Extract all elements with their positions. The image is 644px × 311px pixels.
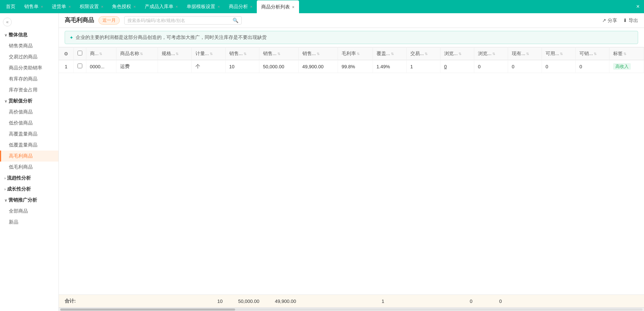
sort-icon-currentStock[interactable]: ⇅ (526, 52, 529, 56)
th-coverage: 覆盖...⇅ (373, 47, 406, 60)
th-unit: 计量...⇅ (191, 47, 225, 60)
th-spec: 规格...⇅ (158, 47, 191, 60)
sort-icon-spec[interactable]: ⇅ (176, 52, 179, 56)
sidebar-item-0-0[interactable]: 销售类商品 (0, 40, 58, 51)
sort-icon-saleAmt[interactable]: ⇅ (277, 52, 280, 56)
nav-item-4[interactable]: 角色授权× (108, 0, 140, 13)
nav-close-icon[interactable]: × (176, 4, 178, 9)
sort-icon-code[interactable]: ⇅ (99, 52, 102, 56)
nav-item-7[interactable]: 商品分析× (224, 0, 257, 13)
sidebar-item-0-3[interactable]: 有库存的商品 (0, 73, 58, 84)
sidebar-item-1-5[interactable]: 低毛利商品 (0, 162, 58, 173)
nav-close-icon[interactable]: × (250, 4, 252, 9)
search-input[interactable] (127, 18, 231, 23)
tag-badge: 高收入 (613, 63, 631, 70)
arrow-icon: › (4, 187, 6, 191)
nav-item-0[interactable]: 首页 (1, 0, 20, 13)
nav-item-1[interactable]: 销售单× (20, 0, 47, 13)
footer-trade-times: 1 (359, 299, 388, 304)
cell-coverage-0: 1.49% (373, 60, 406, 73)
nav-label: 销售单 (24, 3, 39, 10)
cell-name-0: 运费 (116, 60, 158, 73)
th-browse2: 浏览...⇅ (474, 47, 508, 60)
sort-icon-saleQty[interactable]: ⇅ (244, 52, 247, 56)
sort-icon-unit[interactable]: ⇅ (210, 52, 213, 56)
sidebar-item-4-0[interactable]: 全部商品 (0, 206, 58, 217)
sidebar-group-label: 成长性分析 (7, 186, 31, 192)
sidebar-item-1-4[interactable]: 高毛利商品 (0, 151, 58, 162)
sidebar-item-1-1[interactable]: 低价值商品 (0, 117, 58, 129)
nav-item-3[interactable]: 权限设置× (75, 0, 108, 13)
sidebar-group-3[interactable]: ›成长性分析 (0, 184, 58, 195)
sort-icon-saleStock[interactable]: ⇅ (594, 52, 597, 56)
nav-item-5[interactable]: 产成品入库单× (140, 0, 182, 13)
nav-label: 产成品入库单 (145, 3, 173, 10)
search-box: 🔍 (124, 16, 242, 25)
search-icon[interactable]: 🔍 (233, 18, 238, 23)
share-icon: ↗ (602, 18, 606, 23)
nav-item-8[interactable]: 商品分析列表× (257, 0, 299, 13)
sidebar-item-0-4[interactable]: 库存资金占用 (0, 84, 58, 95)
sort-icon-coverage[interactable]: ⇅ (391, 52, 394, 56)
row-checkbox[interactable] (78, 64, 82, 68)
sidebar-group-0[interactable]: ∨整体信息 (0, 29, 58, 40)
sort-icon-browse2[interactable]: ⇅ (492, 52, 495, 56)
cell-browse2-0: 0 (474, 60, 508, 73)
footer-sale-qty: 10 (197, 299, 226, 304)
nav-close-icon[interactable]: × (133, 4, 136, 9)
info-banner-text: 企业的主要的利润都是这部分商品创造的，可考虑加大推广，同时关注库存是不要出现缺货 (76, 34, 267, 41)
th-saleQty: 销售...⇅ (225, 47, 259, 60)
filter-recent-month-button[interactable]: 近一月 (98, 16, 120, 25)
arrow-icon: › (4, 176, 6, 180)
nav-close-icon[interactable]: × (41, 4, 43, 9)
nav-close-icon[interactable]: × (292, 5, 294, 9)
cell-unit-0: 个 (191, 60, 225, 73)
sort-icon-grossMargin[interactable]: ⇅ (357, 52, 360, 56)
browse1-link[interactable]: 0 (444, 64, 447, 69)
sidebar-item-1-3[interactable]: 低覆盖量商品 (0, 140, 58, 151)
export-button[interactable]: ⬇ 导出 (623, 17, 638, 24)
sort-icon-availStock[interactable]: ⇅ (560, 52, 563, 56)
sidebar-item-1-2[interactable]: 高覆盖量商品 (0, 129, 58, 140)
sidebar-group-4[interactable]: ∨营销推广分析 (0, 195, 58, 206)
collapse-sidebar-button[interactable]: « (3, 18, 12, 26)
cell-browse1-0: 0 (440, 60, 474, 73)
settings-icon[interactable]: ⚙ (64, 51, 68, 57)
nav-close-icon[interactable]: × (217, 4, 220, 9)
table-row: 10000...运费个1050,000.0049,900.0099.8%1.49… (59, 60, 644, 73)
sort-icon-browse1[interactable]: ⇅ (458, 52, 461, 56)
nav-label: 权限设置 (80, 3, 99, 10)
sidebar-group-label: 贡献值分析 (8, 98, 32, 104)
cell-spec-0 (158, 60, 191, 73)
nav-close-icon[interactable]: × (68, 4, 71, 9)
nav-item-2[interactable]: 进货单× (47, 0, 75, 13)
cell-checkbox-0[interactable] (73, 60, 86, 73)
top-nav: 首页销售单×进货单×权限设置×角色授权×产成品入库单×单据模板设置×商品分析×商… (0, 0, 644, 13)
nav-close-icon[interactable]: × (101, 4, 103, 9)
cell-grossMargin-0: 99.8% (338, 60, 373, 73)
sort-icon-saleProfit[interactable]: ⇅ (317, 52, 320, 56)
horizontal-scrollbar[interactable] (59, 307, 644, 311)
sort-icon-name[interactable]: ⇅ (140, 52, 143, 56)
sidebar-item-1-0[interactable]: 高价值商品 (0, 106, 58, 117)
page-title: 高毛利商品 (65, 17, 94, 24)
sort-icon-tag[interactable]: ⇅ (623, 52, 626, 56)
select-all-checkbox[interactable] (78, 51, 82, 55)
cell-availStock-0: 0 (542, 60, 576, 73)
th-currentStock: 现有...⇅ (508, 47, 542, 60)
table-body: 10000...运费个1050,000.0049,900.0099.8%1.49… (59, 60, 644, 73)
sidebar-item-0-2[interactable]: 商品分类助销率 (0, 62, 58, 73)
footer-cells: 10 50,000.00 49,900.00 1 0 0 (94, 299, 638, 304)
th-grossMargin: 毛利率⇅ (338, 47, 373, 60)
sort-icon-tradeTimes[interactable]: ⇅ (425, 52, 428, 56)
sidebar-item-4-1[interactable]: 新品 (0, 217, 58, 228)
th-saleStock: 可销...⇅ (576, 47, 609, 60)
share-button[interactable]: ↗ 分享 (602, 17, 617, 24)
sidebar-group-1[interactable]: ∨贡献值分析 (0, 95, 58, 106)
nav-item-6[interactable]: 单据模板设置× (182, 0, 224, 13)
sidebar-group-2[interactable]: ›流趋性分析 (0, 173, 58, 184)
close-all-button[interactable]: × (636, 3, 643, 10)
sidebar-item-0-1[interactable]: 交易过的商品 (0, 51, 58, 62)
cell-saleProfit-0: 49,900.00 (298, 60, 338, 73)
th-tag: 标签⇅ (609, 47, 644, 60)
